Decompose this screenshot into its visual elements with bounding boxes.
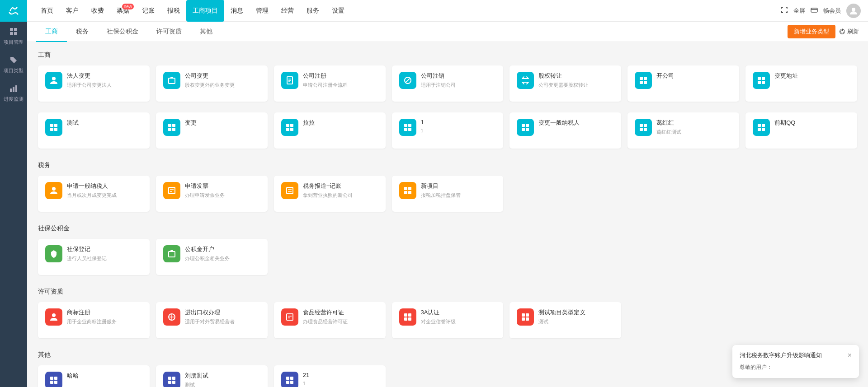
svg-rect-19 bbox=[644, 77, 647, 80]
card-legal-change[interactable]: 法人变更 适用于公司变更法人 bbox=[38, 65, 150, 102]
nav-tax[interactable]: 报税 bbox=[161, 0, 186, 22]
card-trademark[interactable]: 商标注册 用于企业商标注册服务 bbox=[38, 302, 150, 338]
card-early-qq[interactable]: 前期QQ bbox=[745, 112, 857, 149]
sidebar-item-project-mgmt[interactable]: 项目管理 bbox=[0, 22, 27, 50]
card-icon bbox=[45, 372, 62, 387]
card-new-project[interactable]: 新项目 报税加税控盘保管 bbox=[392, 176, 504, 212]
tax-section: 税务 申请一般纳税人 当月或次月成变更完成 申请发票 bbox=[38, 161, 857, 212]
card-company-change[interactable]: 公司变更 股权变更外的业务变更 bbox=[156, 65, 268, 102]
sidebar: 项目管理 项目类型 进度监测 bbox=[0, 0, 27, 387]
card-test-type[interactable]: 测试项目类型定义 测试 bbox=[509, 302, 621, 338]
notification-title: 河北税务数字账户升级影响通知 bbox=[740, 351, 822, 359]
svg-rect-77 bbox=[526, 313, 529, 317]
card-name: 税务报道+记账 bbox=[303, 182, 378, 190]
fullscreen-label[interactable]: 全屏 bbox=[793, 7, 805, 15]
svg-rect-29 bbox=[54, 128, 57, 131]
sidebar-logo[interactable] bbox=[0, 0, 27, 22]
card-item-1[interactable]: 1 1 bbox=[392, 112, 504, 149]
card-icon bbox=[399, 72, 416, 89]
nav-service[interactable]: 服务 bbox=[300, 0, 326, 22]
sidebar-item-project-type[interactable]: 项目类型 bbox=[0, 50, 27, 79]
subtab-license[interactable]: 许可资质 bbox=[147, 22, 191, 42]
card-lala[interactable]: 拉拉 bbox=[274, 112, 386, 149]
card-name: 开公司 bbox=[656, 72, 732, 80]
card-social-reg[interactable]: 社保登记 进行人员社保登记 bbox=[38, 239, 150, 275]
card-equity-transfer[interactable]: 股权转让 公司变更需要股权转让 bbox=[509, 65, 621, 102]
card-import-export[interactable]: 进出口权办理 适用于对外贸易经营者 bbox=[156, 302, 268, 338]
card-name: 变更 bbox=[185, 119, 260, 127]
nav-settings[interactable]: 设置 bbox=[326, 0, 351, 22]
svg-rect-75 bbox=[408, 317, 411, 321]
svg-rect-82 bbox=[50, 381, 53, 384]
svg-rect-74 bbox=[404, 317, 407, 321]
card-desc: 当月或次月成变更完成 bbox=[67, 192, 142, 199]
svg-rect-33 bbox=[172, 128, 175, 131]
card-icon bbox=[753, 72, 770, 89]
nav-finance[interactable]: 经营 bbox=[275, 0, 300, 22]
svg-rect-81 bbox=[54, 377, 57, 380]
svg-rect-64 bbox=[408, 191, 411, 194]
nav-messages[interactable]: 消息 bbox=[224, 0, 250, 22]
card-3a-cert[interactable]: 3A认证 对企业信誉评级 bbox=[392, 302, 504, 338]
membership-label[interactable]: 畅会员 bbox=[823, 7, 841, 15]
social-section: 社保公积金 社保登记 进行人员社保登记 公积金开户 bbox=[38, 224, 857, 275]
svg-point-8 bbox=[852, 8, 855, 11]
nav-invoice[interactable]: 票据 new bbox=[110, 0, 136, 22]
nav-client[interactable]: 客户 bbox=[60, 0, 85, 22]
svg-rect-61 bbox=[404, 187, 407, 190]
card-item-21[interactable]: 21 1 bbox=[274, 365, 386, 387]
card-change[interactable]: 变更 bbox=[156, 112, 268, 149]
user-avatar[interactable] bbox=[846, 4, 861, 18]
nav-industry[interactable]: 工商项目 bbox=[186, 0, 224, 22]
svg-rect-73 bbox=[408, 313, 411, 317]
card-change-tax[interactable]: 变更一般纳税人 bbox=[509, 112, 621, 149]
subtab-tax[interactable]: 税务 bbox=[67, 22, 98, 42]
card-name: 测试 bbox=[67, 119, 142, 127]
card-open-company[interactable]: 开公司 bbox=[627, 65, 739, 102]
svg-rect-84 bbox=[168, 377, 171, 380]
svg-rect-28 bbox=[50, 128, 53, 131]
industry-cards-row1: 法人变更 适用于公司变更法人 公司变更 股权变更外的业务变更 bbox=[38, 65, 857, 102]
card-desc: 适用于公司变更法人 bbox=[67, 82, 142, 89]
tag-icon bbox=[8, 55, 19, 65]
sidebar-item-progress[interactable]: 进度监测 bbox=[0, 79, 27, 107]
card-company-reg[interactable]: 公司注册 申请公司注册全流程 bbox=[274, 65, 386, 102]
card-desc: 适用于对外贸易经营者 bbox=[185, 318, 260, 325]
card-test[interactable]: 测试 bbox=[38, 112, 150, 149]
svg-rect-6 bbox=[15, 85, 17, 92]
card-icon bbox=[517, 308, 534, 326]
card-change-address[interactable]: 变更地址 bbox=[745, 65, 857, 102]
subtab-social[interactable]: 社保公积金 bbox=[98, 22, 147, 42]
card-food-permit[interactable]: 食品经营许可证 办理食品经营许可证 bbox=[274, 302, 386, 338]
card-ha-ha[interactable]: 哈哈 bbox=[38, 365, 150, 387]
card-liu-pei[interactable]: 刘朋测试 测试 bbox=[156, 365, 268, 387]
card-name: 刘朋测试 bbox=[185, 372, 260, 380]
nav-billing[interactable]: 收费 bbox=[85, 0, 110, 22]
nav-home[interactable]: 首页 bbox=[34, 0, 60, 22]
notification-close-button[interactable]: × bbox=[848, 351, 852, 359]
subtab-other[interactable]: 其他 bbox=[191, 22, 222, 42]
card-icon bbox=[45, 119, 62, 136]
card-icon bbox=[163, 182, 180, 199]
card-fund-open[interactable]: 公积金开户 办理公积金相关业务 bbox=[156, 239, 268, 275]
svg-rect-88 bbox=[286, 377, 289, 380]
card-apply-tax[interactable]: 申请一般纳税人 当月或次月成变更完成 bbox=[38, 176, 150, 212]
card-name: 哈哈 bbox=[67, 372, 142, 380]
subtab-industry[interactable]: 工商 bbox=[36, 22, 67, 42]
refresh-button[interactable]: 刷新 bbox=[839, 25, 859, 38]
svg-rect-41 bbox=[408, 128, 411, 131]
card-name: 测试项目类型定义 bbox=[538, 308, 614, 317]
fullscreen-btn[interactable] bbox=[781, 6, 788, 15]
card-icon bbox=[517, 72, 534, 89]
card-apply-invoice[interactable]: 申请发票 办理申请发票业务 bbox=[156, 176, 268, 212]
card-desc: 拿到营业执照的新公司 bbox=[303, 192, 378, 199]
add-business-type-button[interactable]: 新增业务类型 bbox=[788, 25, 835, 38]
svg-point-9 bbox=[52, 77, 56, 80]
license-cards: 商标注册 用于企业商标注册服务 进出口权办理 适用于对外贸易经营者 bbox=[38, 302, 857, 338]
card-ge-honghong[interactable]: 葛红红 葛红红测试 bbox=[627, 112, 739, 149]
card-tax-report[interactable]: 税务报道+记账 拿到营业执照的新公司 bbox=[274, 176, 386, 212]
nav-manage[interactable]: 管理 bbox=[250, 0, 275, 22]
nav-accounts[interactable]: 记账 bbox=[136, 0, 161, 22]
card-name: 申请发票 bbox=[185, 182, 260, 190]
card-company-cancel[interactable]: 公司注销 适用于注销公司 bbox=[392, 65, 504, 102]
